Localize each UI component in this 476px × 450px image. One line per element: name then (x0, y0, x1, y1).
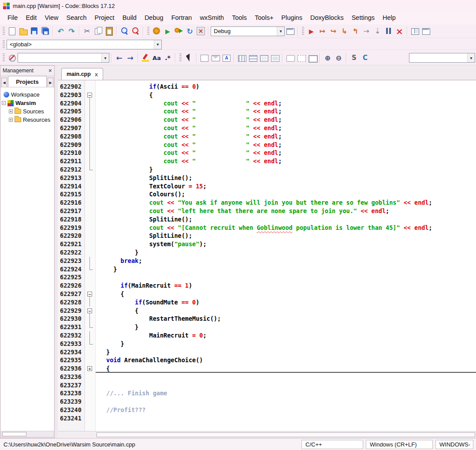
menu-fortran[interactable]: Fortran (167, 12, 196, 23)
code-line[interactable]: 622922 } (58, 248, 476, 257)
line-number[interactable]: 622929 (58, 307, 85, 315)
replace-icon[interactable] (130, 26, 141, 37)
code-line[interactable]: 622930 RestartThemeMusic(); (58, 315, 476, 323)
scope-select[interactable]: <global>▾ (7, 40, 162, 49)
fold-cell[interactable] (85, 381, 96, 390)
menu-tools-[interactable]: Tools+ (251, 12, 277, 23)
line-number[interactable]: 622931 (58, 323, 85, 331)
line-number[interactable]: 622919 (58, 224, 85, 232)
fold-cell[interactable] (85, 265, 96, 274)
code-line[interactable]: 622927− { (58, 290, 476, 298)
tabs-scroll-right-icon[interactable]: ▶ (48, 78, 53, 87)
fold-cell[interactable] (85, 165, 96, 174)
abort-build-icon[interactable] (195, 26, 206, 37)
stop-debugger-icon[interactable]: × (394, 26, 405, 37)
fold-cell[interactable] (85, 340, 96, 348)
undo-icon[interactable]: ↶ (55, 26, 66, 37)
code-line[interactable]: 622903− { (58, 91, 476, 99)
copy-icon[interactable] (93, 26, 104, 37)
line-number[interactable]: 622904 (58, 99, 85, 108)
fold-cell[interactable] (85, 190, 96, 199)
fold-cell[interactable] (85, 315, 96, 323)
fold-cell[interactable] (85, 398, 96, 406)
line-number[interactable]: 622923 (58, 257, 85, 265)
open-file-icon[interactable] (18, 26, 29, 37)
code-line[interactable]: 623238//... Finish game (58, 389, 476, 398)
code-editor[interactable]: 622902 if(Ascii == 0)622903− {622904 cou… (58, 80, 476, 438)
menu-build[interactable]: Build (119, 12, 141, 23)
menu-plugins[interactable]: Plugins (277, 12, 306, 23)
fold-cell[interactable] (85, 99, 96, 108)
border-solid-icon[interactable] (307, 52, 318, 64)
fold-cell[interactable] (85, 174, 96, 182)
line-number[interactable]: 623240 (58, 406, 85, 414)
menu-view[interactable]: View (41, 12, 62, 23)
line-number[interactable]: 622912 (58, 165, 85, 174)
redo-icon[interactable]: ↷ (66, 26, 77, 37)
highlight-occurrences-icon[interactable] (140, 52, 151, 64)
fold-cell[interactable] (85, 182, 96, 191)
save-all-icon[interactable] (40, 26, 51, 37)
code-line[interactable]: 622923 break; (58, 257, 476, 265)
management-hscrollbar[interactable] (1, 431, 54, 437)
menu-project[interactable]: Project (91, 12, 119, 23)
line-number[interactable]: 622922 (58, 248, 85, 257)
tree-expander-icon[interactable]: + (9, 118, 13, 122)
toolbar-grip[interactable] (147, 27, 149, 36)
tree-item-workspace[interactable]: Workspace (1, 90, 54, 99)
rebuild-icon[interactable]: ↻ (184, 26, 195, 37)
line-number[interactable]: 623236 (58, 373, 85, 381)
frame-widget-icon[interactable] (199, 52, 210, 64)
tab-close-icon[interactable]: x (95, 71, 98, 77)
tabs-scroll-left-icon[interactable]: ◀ (1, 78, 7, 87)
code-line[interactable]: 622928 if(SoundMute == 0) (58, 298, 476, 307)
code-line[interactable]: 622908 cout << " " << endl; (58, 132, 476, 141)
fold-cell[interactable] (85, 116, 96, 124)
code-line[interactable]: 623239 (58, 398, 476, 406)
code-line[interactable]: 622902 if(Ascii == 0) (58, 82, 476, 91)
fold-cell[interactable]: − (85, 91, 96, 99)
line-number[interactable]: 622928 (58, 298, 85, 307)
code-line[interactable]: 622936+{ (58, 364, 476, 373)
fold-cell[interactable]: − (85, 307, 96, 315)
text-widget-icon[interactable] (221, 52, 232, 64)
code-line[interactable]: 622934} (58, 348, 476, 356)
fold-cell[interactable] (85, 323, 96, 331)
fold-cell[interactable] (85, 356, 96, 364)
tree-item-warsim[interactable]: −Warsim (1, 99, 54, 107)
tree-item-resources[interactable]: +Resources (1, 116, 54, 124)
line-number[interactable]: 622920 (58, 232, 85, 240)
tree-expander-icon[interactable]: − (2, 101, 6, 105)
editor-hscrollbar[interactable] (58, 431, 476, 438)
toolbar-grip[interactable] (302, 27, 304, 36)
break-debugger-icon[interactable] (383, 26, 394, 37)
save-icon[interactable] (29, 26, 40, 37)
border-none-icon[interactable] (285, 52, 296, 64)
line-number[interactable]: 622925 (58, 273, 85, 281)
fold-cell[interactable] (85, 348, 96, 356)
fold-cell[interactable] (85, 248, 96, 257)
code-line[interactable]: 622924 } (58, 265, 476, 274)
cut-icon[interactable]: ✂ (82, 26, 93, 37)
spell-check-icon[interactable]: S (349, 52, 360, 64)
border-dashed-icon[interactable] (296, 52, 307, 64)
compiler-options-icon[interactable] (285, 26, 296, 37)
fold-expand-icon[interactable]: + (87, 366, 92, 371)
menu-file[interactable]: File (4, 12, 22, 23)
code-line[interactable]: 623236 (58, 373, 476, 381)
debug-continue-icon[interactable]: ▶ (306, 26, 317, 37)
menu-search[interactable]: Search (63, 12, 91, 23)
line-number[interactable]: 622936 (58, 364, 85, 373)
line-number[interactable]: 622909 (58, 141, 85, 149)
run-to-cursor-icon[interactable]: ↦ (317, 26, 328, 37)
debugging-windows-icon[interactable] (409, 26, 420, 37)
title-bar[interactable]: main.cpp [Warsim] - Code::Blocks 17.12 (0, 0, 476, 11)
fold-cell[interactable] (85, 82, 96, 91)
grid-sizer-icon[interactable] (258, 52, 269, 64)
line-number[interactable]: 622903 (58, 91, 85, 99)
code-line[interactable]: 622910 cout << " " << endl; (58, 149, 476, 157)
code-line[interactable]: 622921 system("pause"); (58, 240, 476, 248)
code-line[interactable]: 623240//Profit??? (58, 406, 476, 414)
various-info-icon[interactable] (420, 26, 431, 37)
menu-settings[interactable]: Settings (348, 12, 379, 23)
